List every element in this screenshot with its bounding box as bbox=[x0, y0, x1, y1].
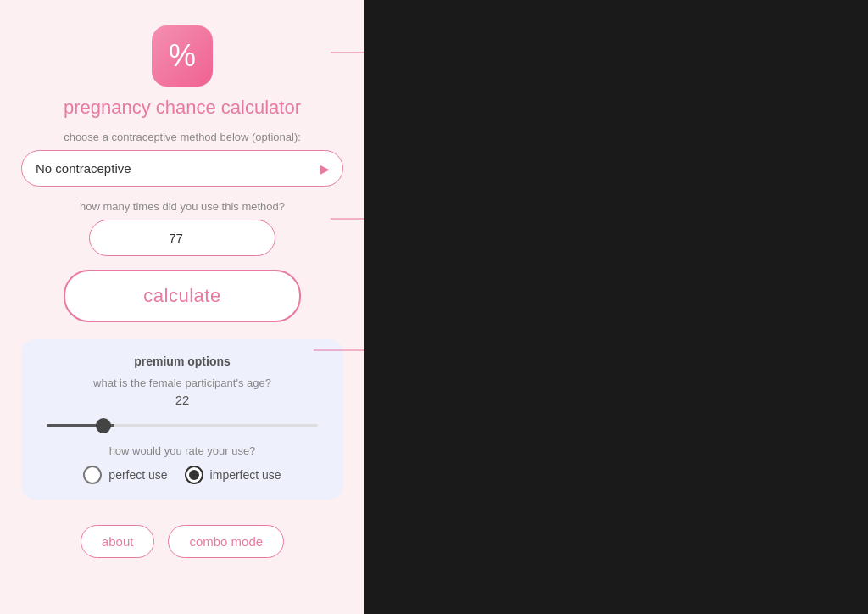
perfect-use-label: perfect use bbox=[108, 468, 167, 482]
calculate-button[interactable]: calculate bbox=[64, 270, 301, 322]
use-rating-label: how would you rate your use? bbox=[38, 444, 326, 457]
percent-icon: % bbox=[169, 38, 196, 74]
contraceptive-select[interactable]: No contraceptive Condom Birth control pi… bbox=[21, 150, 343, 187]
times-label: how many times did you use this method? bbox=[80, 200, 285, 213]
times-input[interactable] bbox=[89, 220, 275, 256]
imperfect-use-radio[interactable] bbox=[185, 466, 203, 484]
left-panel: % pregnancy chance calculator choose a c… bbox=[0, 0, 364, 614]
perfect-use-radio[interactable] bbox=[83, 466, 102, 484]
contraceptive-select-wrapper: No contraceptive Condom Birth control pi… bbox=[21, 150, 343, 187]
radio-inner-dot bbox=[189, 470, 199, 480]
imperfect-use-label: imperfect use bbox=[210, 468, 281, 482]
times-input-wrapper bbox=[89, 220, 275, 256]
right-panel bbox=[364, 0, 868, 614]
contraceptive-label: choose a contraceptive method below (opt… bbox=[64, 131, 301, 143]
app-title: pregnancy chance calculator bbox=[64, 97, 301, 119]
imperfect-use-option[interactable]: imperfect use bbox=[185, 466, 281, 484]
combo-mode-button[interactable]: combo mode bbox=[168, 525, 284, 558]
premium-options-box: premium options what is the female parti… bbox=[21, 339, 343, 500]
bottom-buttons: about combo mode bbox=[81, 525, 284, 558]
age-value: 22 bbox=[38, 393, 326, 407]
app-icon: % bbox=[152, 25, 213, 87]
age-slider[interactable] bbox=[47, 424, 318, 427]
premium-title: premium options bbox=[38, 354, 326, 368]
age-slider-container bbox=[38, 416, 326, 431]
age-label: what is the female participant's age? bbox=[38, 377, 326, 389]
about-button[interactable]: about bbox=[81, 525, 155, 558]
use-radio-group: perfect use imperfect use bbox=[38, 466, 326, 484]
perfect-use-option[interactable]: perfect use bbox=[83, 466, 167, 484]
